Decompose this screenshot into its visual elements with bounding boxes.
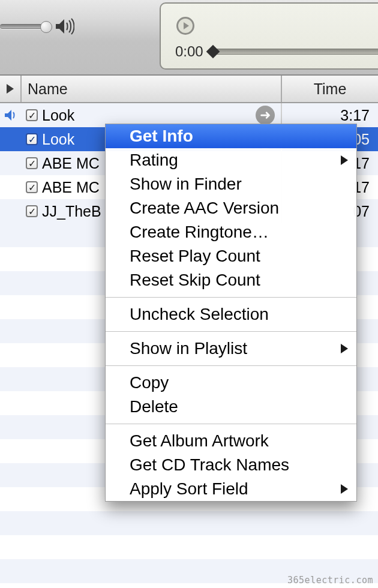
menu-item-label: Delete	[130, 397, 178, 416]
menu-item[interactable]: Delete	[106, 395, 356, 419]
checkbox-cell: ✓	[22, 133, 42, 145]
column-header-time-label: Time	[314, 80, 347, 98]
elapsed-time: 0:00	[175, 43, 203, 60]
context-menu: Get InfoRatingShow in FinderCreate AAC V…	[105, 124, 357, 502]
submenu-arrow-icon	[341, 155, 348, 165]
menu-separator	[106, 331, 356, 332]
submenu-arrow-icon	[341, 344, 348, 353]
empty-row	[0, 535, 378, 559]
now-playing-cell	[0, 109, 22, 121]
menu-item[interactable]: Apply Sort Field	[106, 477, 356, 501]
menu-item[interactable]: Copy	[106, 371, 356, 395]
menu-item-label: Copy	[130, 373, 169, 392]
menu-item-label: Reset Play Count	[130, 247, 260, 265]
menu-separator	[106, 297, 356, 298]
track-checkbox[interactable]: ✓	[26, 205, 38, 217]
track-time: 3:17	[282, 107, 378, 124]
menu-item-label: Get Info	[130, 127, 193, 145]
column-header-playing[interactable]	[0, 76, 22, 102]
menu-item-label: Create Ringtone…	[130, 223, 269, 241]
speaker-icon	[55, 18, 74, 35]
menu-separator	[106, 365, 356, 366]
track-name: Look	[42, 107, 256, 124]
track-checkbox[interactable]: ✓	[26, 181, 38, 193]
detail-arrow-icon[interactable]: ➜	[256, 106, 275, 125]
menu-item[interactable]: Get CD Track Names	[106, 453, 356, 477]
column-header-row: Name Time	[0, 76, 378, 103]
checkbox-cell: ✓	[22, 181, 42, 193]
column-header-name-label: Name	[28, 80, 68, 98]
empty-row	[0, 511, 378, 535]
checkbox-cell: ✓	[22, 157, 42, 169]
menu-item[interactable]: Show in Playlist	[106, 337, 356, 361]
menu-item[interactable]: Reset Skip Count	[106, 268, 356, 292]
menu-item[interactable]: Reset Play Count	[106, 244, 356, 268]
menu-item-label: Apply Sort Field	[130, 479, 248, 498]
menu-item-label: Reset Skip Count	[130, 271, 260, 289]
menu-item-label: Show in Playlist	[130, 339, 247, 358]
volume-control[interactable]	[0, 18, 74, 35]
column-header-time[interactable]: Time	[282, 76, 378, 102]
checkbox-cell: ✓	[22, 205, 42, 217]
watermark: 365electric.com	[287, 575, 373, 586]
menu-item[interactable]: Uncheck Selection	[106, 302, 356, 326]
menu-item-label: Create AAC Version	[130, 199, 279, 217]
lcd-display: 0:00	[160, 2, 378, 70]
track-checkbox[interactable]: ✓	[26, 133, 38, 145]
menu-item-label: Uncheck Selection	[130, 305, 269, 323]
menu-item-label: Get CD Track Names	[130, 455, 289, 474]
menu-separator	[106, 424, 356, 424]
column-header-name[interactable]: Name	[22, 76, 282, 102]
menu-item-label: Rating	[130, 151, 178, 169]
menu-item-label: Get Album Artwork	[130, 431, 269, 450]
playhead-icon[interactable]	[206, 45, 220, 59]
menu-item[interactable]: Get Info	[106, 124, 356, 148]
lcd-play-icon	[176, 17, 194, 35]
menu-item[interactable]: Rating	[106, 148, 356, 172]
volume-slider[interactable]	[0, 24, 47, 29]
menu-item[interactable]: Get Album Artwork	[106, 429, 356, 453]
menu-item[interactable]: Show in Finder	[106, 172, 356, 196]
checkbox-cell: ✓	[22, 109, 42, 121]
menu-item-label: Show in Finder	[130, 175, 242, 193]
track-checkbox[interactable]: ✓	[26, 157, 38, 169]
scrubber[interactable]	[212, 49, 378, 55]
submenu-arrow-icon	[341, 484, 348, 494]
track-checkbox[interactable]: ✓	[26, 109, 38, 121]
menu-item[interactable]: Create Ringtone…	[106, 220, 356, 244]
menu-item[interactable]: Create AAC Version	[106, 196, 356, 220]
player-toolbar: 0:00	[0, 0, 378, 76]
volume-knob[interactable]	[40, 21, 52, 33]
now-playing-icon	[4, 109, 17, 121]
